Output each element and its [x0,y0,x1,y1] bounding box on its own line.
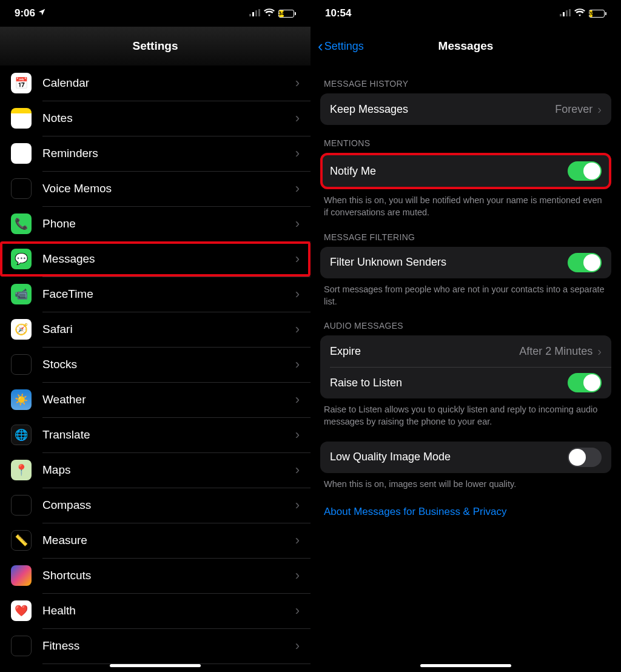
measure-icon: 📏 [11,530,32,551]
messages-settings-screen: 10:54 20 ‹ Settings Messages MESSAGE HIS… [310,0,621,672]
section-header-audio: AUDIO MESSAGES [320,307,611,335]
shortcuts-icon [11,565,32,586]
settings-row-reminders[interactable]: Reminders› [0,136,310,171]
notes-icon [11,108,32,129]
section-header-history: MESSAGE HISTORY [320,66,611,93]
keep-messages-row[interactable]: Keep Messages Forever › [320,93,611,125]
settings-row-compass[interactable]: Compass› [0,488,310,523]
about-messages-link[interactable]: About Messages for Business & Privacy [320,490,611,534]
settings-row-safari[interactable]: 🧭Safari› [0,312,310,347]
filter-unknown-switch[interactable] [568,253,602,272]
settings-row-label: Health [42,604,295,617]
settings-row-label: Fitness [42,639,295,653]
settings-row-weather[interactable]: ☀️Weather› [0,382,310,417]
nav-header: ‹ Settings Messages [310,27,621,66]
low-quality-row[interactable]: Low Quality Image Mode [320,442,611,473]
chevron-right-icon: › [295,392,300,408]
page-title: Settings [133,39,178,53]
translate-icon: 🌐 [11,425,32,445]
settings-row-translate[interactable]: 🌐Translate› [0,417,310,452]
settings-row-calendar[interactable]: 📅Calendar› [0,66,310,101]
wifi-icon [264,7,275,19]
chevron-right-icon: › [295,638,300,654]
settings-row-label: Stocks [42,358,295,371]
settings-list[interactable]: 📅Calendar›Notes›Reminders›Voice Memos›📞P… [0,66,310,664]
chevron-right-icon: › [597,344,602,358]
status-bar: 10:54 20 [310,0,621,27]
phone-icon: 📞 [11,213,32,234]
settings-row-notes[interactable]: Notes› [0,101,310,136]
chevron-right-icon: › [295,321,300,337]
back-button[interactable]: ‹ Settings [318,38,364,54]
settings-screen: 9:06 34 Settings 📅Calendar›Notes›Reminde… [0,0,310,672]
chevron-right-icon: › [295,286,300,302]
settings-row-label: Compass [42,499,295,512]
settings-row-label: Translate [42,428,295,442]
svg-rect-5 [563,12,565,16]
filtering-footer: Sort messages from people who are not in… [320,278,611,308]
settings-row-fitness[interactable]: ◎Fitness› [0,628,310,664]
chevron-right-icon: › [597,102,602,116]
settings-row-measure[interactable]: 📏Measure› [0,523,310,558]
chevron-right-icon: › [295,75,300,91]
settings-row-label: Reminders [42,147,295,160]
notify-me-row[interactable]: Notify Me [320,153,611,189]
health-icon: ❤️ [11,600,32,621]
reminders-icon [11,143,32,164]
chevron-right-icon: › [295,357,300,372]
battery-icon: 20 [589,10,606,18]
raise-to-listen-row[interactable]: Raise to Listen [320,367,611,398]
settings-row-voice-memos[interactable]: Voice Memos› [0,171,310,206]
section-header-filtering: MESSAGE FILTERING [320,219,611,247]
expire-row[interactable]: Expire After 2 Minutes › [320,335,611,367]
home-indicator[interactable] [110,664,201,667]
svg-rect-3 [258,9,260,16]
location-icon [38,7,46,19]
settings-row-label: Measure [42,534,295,547]
svg-rect-2 [255,10,257,16]
section-header-mentions: MENTIONS [320,125,611,153]
settings-row-shortcuts[interactable]: Shortcuts› [0,558,310,593]
chevron-left-icon: ‹ [318,38,323,54]
notify-me-switch[interactable] [568,161,602,181]
chevron-right-icon: › [295,603,300,619]
cellular-icon [560,7,571,19]
low-quality-switch[interactable] [568,448,602,467]
settings-row-label: Safari [42,323,295,336]
nav-header: Settings [0,27,310,66]
wifi-icon [574,7,585,19]
safari-icon: 🧭 [11,319,32,340]
lowq-footer: When this is on, images sent will be low… [320,473,611,490]
battery-icon: 34 [278,10,296,18]
compass-icon [11,495,32,516]
chevron-right-icon: › [295,181,300,197]
voice-memos-icon [11,178,32,199]
chevron-right-icon: › [295,533,300,548]
settings-row-health[interactable]: ❤️Health› [0,593,310,628]
chevron-right-icon: › [295,497,300,513]
svg-rect-6 [566,10,568,16]
settings-row-label: FaceTime [42,287,295,301]
chevron-right-icon: › [295,146,300,161]
settings-row-label: Weather [42,393,295,406]
settings-row-phone[interactable]: 📞Phone› [0,206,310,241]
svg-rect-7 [569,9,571,16]
settings-row-label: Maps [42,463,295,477]
fitness-icon: ◎ [11,636,32,656]
back-label: Settings [324,40,364,53]
chevron-right-icon: › [295,110,300,126]
settings-row-stocks[interactable]: Stocks› [0,347,310,382]
status-time: 9:06 [15,7,35,19]
facetime-icon: 📹 [11,284,32,304]
settings-row-label: Calendar [42,76,295,90]
settings-row-label: Voice Memos [42,182,295,195]
settings-row-maps[interactable]: 📍Maps› [0,452,310,488]
settings-row-facetime[interactable]: 📹FaceTime› [0,277,310,312]
mentions-footer: When this is on, you will be notified wh… [320,189,611,219]
settings-row-messages[interactable]: 💬Messages› [0,241,310,277]
status-bar: 9:06 34 [0,0,310,27]
home-indicator[interactable] [420,664,511,667]
mentions-group: Notify Me [320,153,611,189]
raise-to-listen-switch[interactable] [568,373,602,392]
filter-unknown-row[interactable]: Filter Unknown Senders [320,247,611,278]
